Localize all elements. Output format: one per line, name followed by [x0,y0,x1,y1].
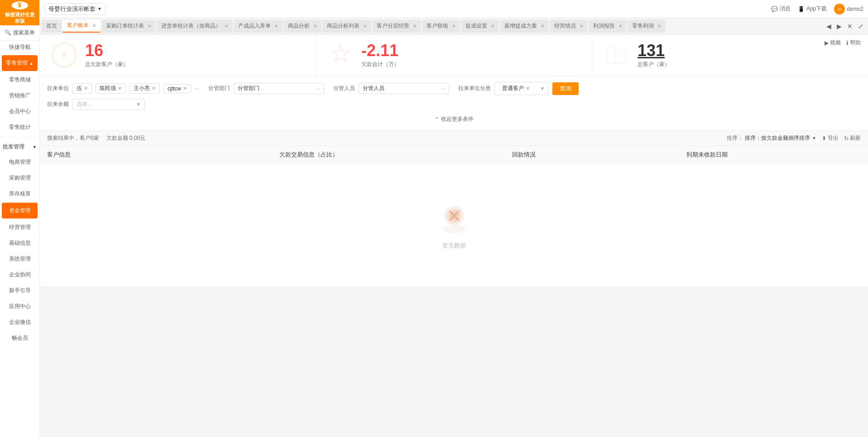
stat-content-3: 131 总客户（家） [638,43,670,68]
export-button[interactable]: ⬆ 导出 [822,134,839,142]
tab-close-icon[interactable]: ✕ [452,24,456,28]
sidebar-item-retail-stats[interactable]: 零售统计 [0,119,39,135]
tab-close-icon[interactable]: ✕ [225,24,228,28]
account-name: 母婴行业演示帐套 [48,5,96,13]
sidebar-item-basic-info[interactable]: 基础信息 [0,235,39,251]
filter-tag-remove[interactable]: ✕ [84,86,88,91]
tab-customer-contact[interactable]: 客户联络 ✕ [422,20,460,33]
filter-tag-unit-1[interactable]: 伍 ✕ [72,83,92,94]
app-logo: ¥ 畅捷通好生意 标版 [0,0,39,25]
tab-commission-setting[interactable]: 提成设置 ✕ [461,20,499,33]
tab-close-all[interactable]: ✕ [844,21,855,32]
filter-tag-category[interactable]: 普通客户 ✕ [499,84,533,93]
tab-profit-report[interactable]: 利润报告 ✕ [589,20,627,33]
sidebar-item-wholesale[interactable]: 批发管理 ▼ [0,139,39,154]
badge-icon [327,42,354,69]
tab-finished-goods[interactable]: 产成品入库单 ✕ [234,20,283,33]
sidebar-item-label: 库存核算 [9,190,31,197]
sidebar-item-ecommerce[interactable]: 电商管理 [0,154,39,170]
tab-close-icon[interactable]: ✕ [92,23,96,28]
filter-tag-remove[interactable]: ✕ [526,86,530,91]
filter-tag-unit-3[interactable]: 王小亮 ✕ [129,83,160,94]
tab-prev-arrow[interactable]: ◀ [824,21,834,32]
sidebar-item-operations[interactable]: 经营管理 [0,219,39,235]
tab-retail-profit[interactable]: 零售利润 ✕ [628,20,666,33]
filter-tag-unit-2[interactable]: 陈民强 ✕ [96,83,126,94]
filter-more-icon[interactable]: ··· [195,86,199,92]
tab-goods-analysis-list[interactable]: 商品分析列表 ✕ [322,20,371,33]
category-value: 普通客户 [502,85,524,92]
filter-tag-unit-4[interactable]: cjttcw ✕ [163,84,191,93]
download-button[interactable]: 📱 App下载 [798,5,827,13]
sidebar-item-retail-store[interactable]: 零售商城 [0,72,39,88]
tab-goods-analysis[interactable]: 商品分析 ✕ [283,20,321,33]
tab-inbound-stats[interactable]: 进货单统计表（按商品） ✕ [157,20,233,33]
tab-close-icon[interactable]: ✕ [541,24,544,28]
account-selector[interactable]: 母婴行业演示帐套 ▼ [44,3,106,15]
result-bar: 搜索结果中，客户0家 欠款金额 0.00元 排序： 排序：按欠款金额倒序排序 ▼… [40,131,868,146]
chevron-down-icon: ··· [316,86,320,91]
tab-close-icon[interactable]: ✕ [313,24,317,28]
avatar-initial: D [838,7,841,11]
filter-tag-remove[interactable]: ✕ [183,86,187,91]
chevron-down-icon: ▼ [136,102,141,107]
video-button[interactable]: ▶ 视频 [825,39,841,47]
export-label: 导出 [828,134,839,142]
sort-button[interactable]: 排序： 排序：按欠款金额倒序排序 ▼ [727,134,816,142]
tab-next-arrow[interactable]: ▶ [834,21,844,32]
filter-dept-select[interactable]: 分管部门 ··· [234,83,324,94]
tab-label: 进货单统计表（按商品） [161,22,221,30]
filter-person-select[interactable]: 分管人员 ··· [359,83,449,94]
result-info: 搜索结果中，客户0家 欠款金额 0.00元 [47,134,145,142]
sidebar-item-enterprise-collab[interactable]: 企业协同 [0,267,39,283]
tab-close-icon[interactable]: ✕ [274,24,278,28]
sidebar-search[interactable]: 🔍 搜索菜单 [0,25,39,41]
sidebar-item-label: 营销推广 [9,92,31,99]
help-button[interactable]: ℹ 帮助 [846,39,861,47]
tab-home[interactable]: 首页 [42,20,62,33]
sidebar-item-enterprise-wechat[interactable]: 企业微信 [0,314,39,330]
filter-tag-remove[interactable]: ✕ [152,86,156,91]
sidebar-item-marketing[interactable]: 营销推广 [0,88,39,104]
tab-label: 首页 [46,22,57,30]
tabbar: 首页 客户账本 ✕ 采购订单统计表 ✕ 进货单统计表（按商品） ✕ 产成品入库单… [40,18,868,34]
tab-close-icon[interactable]: ✕ [491,24,494,28]
sidebar-item-retail-manage[interactable]: 零售管理 ▲ [2,55,38,71]
tab-customer-layered[interactable]: 客户分层经营 ✕ [372,20,421,33]
refresh-icon: ↻ [844,135,849,142]
tab-close-icon[interactable]: ✕ [363,24,367,28]
tab-close-icon[interactable]: ✕ [619,24,622,28]
tab-operations[interactable]: 经营情况 ✕ [550,20,588,33]
user-avatar-area[interactable]: D demo2 [834,4,863,14]
sidebar-item-purchase[interactable]: 采购管理 [0,170,39,186]
sidebar-item-app-center[interactable]: 应用中心 [0,299,39,314]
sidebar-item-label: 应用中心 [9,303,31,309]
sidebar-item-new-guide[interactable]: 新手引导 [0,283,39,299]
tab-close-icon[interactable]: ✕ [657,24,661,28]
sidebar-quick-nav[interactable]: 快捷导航 [0,41,39,54]
app-title: 畅捷通好生意 [5,11,35,18]
tab-label: 客户分层经营 [377,22,409,30]
tab-close-icon[interactable]: ✕ [148,24,151,28]
tab-expand[interactable]: ⤢ [855,21,866,32]
filter-balance-select[interactable]: 选择... ▼ [72,99,145,110]
query-button[interactable]: 查询 [552,82,579,95]
tab-close-icon[interactable]: ✕ [580,24,583,28]
collapse-button[interactable]: ⌃ 收起更多条件 [429,114,479,125]
filter-category-select[interactable]: 普通客户 ✕ ▼ [494,82,549,95]
tab-close-icon[interactable]: ✕ [413,24,417,28]
sidebar-item-inventory[interactable]: 库存核算 [0,186,39,202]
filter-tag-remove[interactable]: ✕ [118,86,122,91]
tab-purchase-order[interactable]: 采购订单统计表 ✕ [101,20,156,33]
sidebar-item-system[interactable]: 系统管理 [0,251,39,267]
tab-customer-ledger[interactable]: 客户账本 ✕ [62,20,101,33]
topbar: 母婴行业演示帐套 ▼ 💬 消息 📱 App下载 D demo2 [40,0,868,18]
tab-label: 零售利润 [632,22,654,30]
message-button[interactable]: 💬 消息 [771,5,791,13]
table-header: 客户信息 欠款交易信息（占比） 回款情况 到期未收款日期 [40,146,868,164]
sidebar-item-finance[interactable]: 资金管理 [2,203,38,218]
refresh-button[interactable]: ↻ 刷新 [844,134,861,142]
sidebar-item-membership[interactable]: 会员中心 [0,104,39,119]
tab-new-commission[interactable]: 新增提成方案 ✕ [500,20,549,33]
sidebar-item-member[interactable]: 畅会员 [0,330,39,346]
